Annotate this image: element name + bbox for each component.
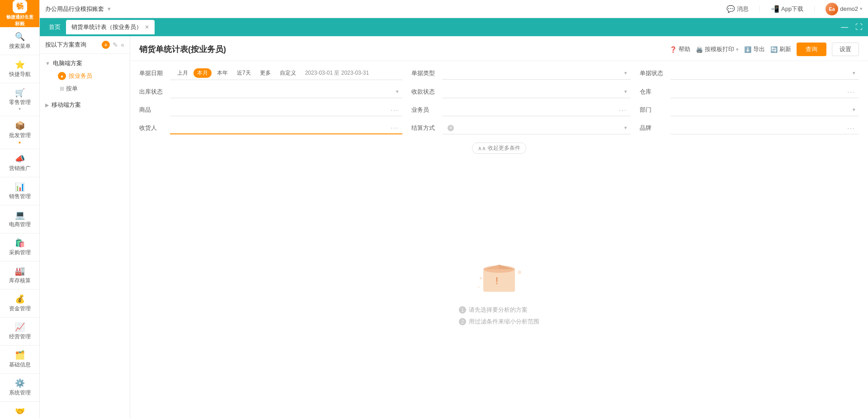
- marketing-icon: 📣: [15, 154, 25, 164]
- message-btn[interactable]: 💬 消息: [726, 5, 749, 13]
- settings-button[interactable]: 设置: [832, 43, 859, 56]
- brand-control[interactable]: ···: [670, 122, 859, 134]
- sidebar-item-sales[interactable]: 📊 销售管理: [0, 177, 39, 205]
- app-download-btn[interactable]: 📲 App下载: [771, 5, 803, 13]
- mobile-scheme-group[interactable]: ▶ 移动端方案: [40, 98, 130, 112]
- filter-row-2: 出库状态 ▾ 收款状态 ▾ 仓库: [139, 86, 859, 98]
- page-actions: ❓ 帮助 🖨️ 按模板打印 ▾ ⬇️ 导出 🔄 刷新: [670, 43, 859, 56]
- scheme-item-salesman[interactable]: ● 按业务员: [45, 69, 124, 83]
- sales-icon: 📊: [15, 182, 25, 192]
- date-tab-thisyear[interactable]: 本年: [213, 68, 231, 78]
- collapse-btn[interactable]: ∧∧ 收起更多条件: [472, 142, 526, 154]
- add-scheme-icon[interactable]: +: [102, 41, 110, 49]
- filter-area: 单据日期 上月 本月 本年 近7天 更多 自定义 2023: [130, 61, 868, 165]
- filter-date: 单据日期 上月 本月 本年 近7天 更多 自定义 2023: [139, 66, 402, 80]
- dept-control[interactable]: ▾: [670, 104, 859, 116]
- wholesale-expand-icon: ▴: [19, 139, 21, 144]
- edit-scheme-icon[interactable]: ✎: [113, 41, 118, 48]
- tab-expand-btn[interactable]: ⛶: [854, 22, 864, 33]
- settlement-clear-icon[interactable]: ✕: [448, 125, 454, 131]
- retail-icon: 🛒: [15, 88, 25, 98]
- consignee-dots-icon: ···: [391, 124, 399, 131]
- date-filter: 上月 本月 本年 近7天 更多 自定义 2023-03-01 至 2023-03…: [174, 68, 399, 78]
- settlement-label: 结算方式: [411, 124, 442, 132]
- filter-doctype: 单据类型 ▾: [411, 67, 631, 80]
- sidebar-item-retail[interactable]: 🛒 零售管理 ▾: [0, 83, 39, 116]
- sidebar-item-wholesale[interactable]: 📦 批发管理 ▴: [0, 116, 39, 149]
- print-btn[interactable]: 🖨️ 按模板打印 ▾: [696, 45, 739, 53]
- doctype-control[interactable]: ▾: [442, 67, 631, 80]
- help-btn[interactable]: ❓ 帮助: [670, 45, 690, 53]
- export-icon: ⬇️: [744, 46, 751, 53]
- refresh-btn[interactable]: 🔄 刷新: [770, 45, 791, 53]
- date-tab-more[interactable]: 更多: [256, 68, 274, 78]
- brand-dots-icon: ···: [847, 124, 855, 132]
- warehouse-label: 仓库: [640, 88, 670, 96]
- desktop-scheme-group: ▼ 电脑端方案 ● 按业务员 ⊞ 按单: [40, 54, 130, 98]
- scheme-sub-order[interactable]: ⊞ 按单: [45, 83, 124, 95]
- filter-collectstatus: 收款状态 ▾: [411, 86, 631, 98]
- docstatus-control[interactable]: ▾: [670, 67, 859, 80]
- user-avatar: Ea: [826, 3, 838, 15]
- tip-num-2: 2: [459, 318, 466, 325]
- date-tab-custom[interactable]: 自定义: [276, 68, 300, 78]
- sidebar-item-finance[interactable]: 💰 资金管理: [0, 290, 39, 318]
- svg-point-5: [480, 277, 482, 280]
- sidebar-item-label: 快捷导航: [9, 71, 31, 78]
- settlement-control[interactable]: ✕ ▾: [442, 122, 631, 134]
- sidebar-item-corp[interactable]: 🤝 企业协同: [0, 402, 39, 418]
- sidebar-item-search[interactable]: 🔍 搜索菜单: [0, 27, 39, 55]
- user-profile[interactable]: Ea demo2 ▾: [826, 3, 863, 15]
- app-download-icon: 📲: [771, 5, 779, 13]
- tip-item-1: 1 请先选择要分析的方案: [459, 306, 539, 314]
- scheme-order-label: 按单: [66, 85, 78, 93]
- help-label: 帮助: [679, 45, 690, 53]
- sidebar-item-label: 经营管理: [9, 333, 31, 341]
- goods-control[interactable]: ···: [170, 104, 402, 116]
- sidebar-item-operation[interactable]: 📈 经营管理: [0, 318, 39, 346]
- consignee-label: 收货人: [139, 124, 170, 132]
- retail-expand-icon: ▾: [19, 106, 21, 111]
- page-title: 销货单统计表(按业务员): [139, 44, 226, 55]
- tab-report[interactable]: 销货单统计表（按业务员） ✕: [66, 20, 155, 34]
- mobile-scheme-label: 移动端方案: [52, 101, 81, 109]
- sidebar-item-purchase[interactable]: 🛍️ 采购管理: [0, 233, 39, 261]
- scheme-salesman-label: 按业务员: [69, 72, 92, 80]
- collapse-panel-icon[interactable]: «: [121, 41, 124, 48]
- warehouse-dots-icon: ···: [847, 88, 855, 95]
- outstatus-control[interactable]: ▾: [170, 86, 402, 98]
- date-label: 单据日期: [139, 69, 170, 77]
- collectstatus-control[interactable]: ▾: [442, 86, 631, 98]
- query-button[interactable]: 查询: [797, 43, 826, 56]
- logo-text: 畅捷通好生意: [6, 14, 33, 20]
- warehouse-control[interactable]: ···: [670, 86, 859, 98]
- svg-point-7: [478, 286, 480, 288]
- outstatus-dropdown-icon: ▾: [396, 89, 399, 95]
- print-icon: 🖨️: [696, 46, 703, 53]
- desktop-scheme-header[interactable]: ▼ 电脑端方案: [45, 57, 124, 69]
- filter-settlement: 结算方式 ✕ ▾: [411, 122, 631, 134]
- sidebar-item-stock[interactable]: 🏭 库存核算: [0, 261, 39, 290]
- date-tab-7days[interactable]: 近7天: [233, 68, 255, 78]
- sidebar-item-quick[interactable]: ⭐ 快捷导航: [0, 55, 39, 83]
- date-control[interactable]: 上月 本月 本年 近7天 更多 自定义 2023-03-01 至 2023-03…: [170, 66, 402, 80]
- tab-home[interactable]: 首页: [43, 20, 66, 34]
- user-dropdown-icon: ▾: [860, 6, 863, 12]
- filter-outstatus: 出库状态 ▾: [139, 86, 402, 98]
- filter-dept: 部门 ▾: [640, 104, 859, 116]
- export-btn[interactable]: ⬇️ 导出: [744, 45, 765, 53]
- topbar-right: 💬 消息 📲 App下载 Ea demo2 ▾: [726, 3, 863, 15]
- date-tab-lastmonth[interactable]: 上月: [174, 68, 192, 78]
- consignee-control[interactable]: ···: [170, 122, 402, 134]
- sidebar-item-system[interactable]: ⚙️ 系统管理: [0, 374, 39, 402]
- sidebar-item-marketing[interactable]: 📣 营销推广: [0, 149, 39, 177]
- breadcrumb-dropdown-icon[interactable]: ▾: [108, 5, 111, 12]
- sidebar-item-ecom[interactable]: 💻 电商管理: [0, 205, 39, 233]
- date-tab-thismonth[interactable]: 本月: [193, 68, 212, 78]
- tab-close-icon[interactable]: ✕: [145, 24, 149, 30]
- message-icon: 💬: [726, 5, 735, 13]
- tab-minimize-btn[interactable]: —: [839, 22, 850, 33]
- salesman-control[interactable]: ···: [442, 104, 631, 116]
- side-panel: 按以下方案查询 + ✎ « ▼ 电脑端方案 ● 按业务员: [40, 36, 130, 418]
- sidebar-item-basic[interactable]: 🗂️ 基础信息: [0, 346, 39, 374]
